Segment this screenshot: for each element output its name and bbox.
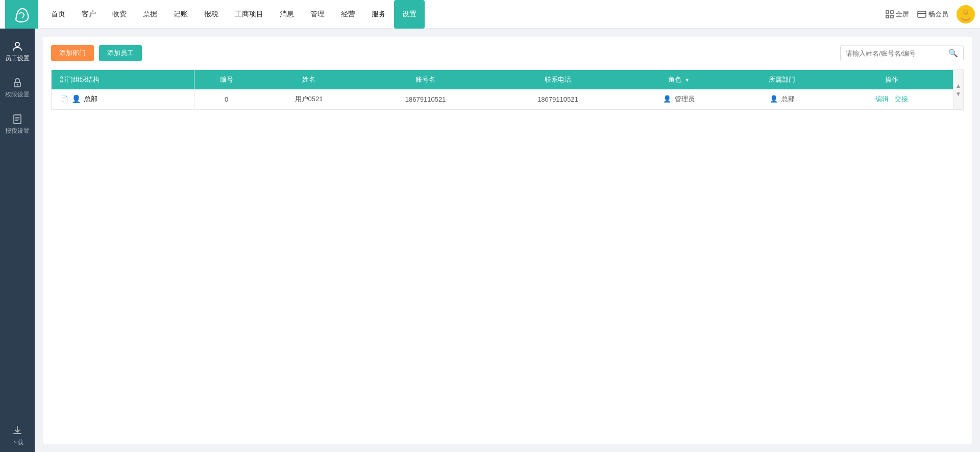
- sidebar-label-employee: 员工设置: [5, 54, 30, 63]
- fullscreen-btn[interactable]: 全屏: [886, 10, 909, 19]
- sidebar-item-taxreport[interactable]: 报税设置: [0, 106, 35, 142]
- avatar[interactable]: [957, 5, 975, 23]
- nav-fee[interactable]: 收费: [104, 0, 135, 29]
- svg-rect-1: [891, 11, 893, 13]
- scroll-controls: ▲ ▼: [953, 70, 963, 109]
- staff-table: 编号 姓名 账号名 联系电话 角色 ▼ 所属部门 操作: [194, 70, 953, 109]
- dept-name: 总部: [84, 94, 97, 104]
- toolbar: 添加部门 添加员工 🔍: [51, 45, 964, 61]
- nav-service[interactable]: 服务: [363, 0, 394, 29]
- fullscreen-icon: [886, 10, 894, 18]
- nav-business[interactable]: 工商项目: [227, 0, 272, 29]
- scroll-up-button[interactable]: ▲: [954, 82, 963, 90]
- col-phone: 联系电话: [492, 70, 624, 89]
- sidebar-label-permission: 权限设置: [5, 90, 30, 99]
- logo[interactable]: [5, 0, 38, 29]
- cell-dept: 👤 总部: [733, 89, 830, 109]
- sidebar-item-employee[interactable]: 员工设置: [0, 34, 35, 70]
- sidebar: 员工设置 权限设置 报税设置: [0, 29, 35, 452]
- table-row: 0 用户0521 18679110521 18679110521 👤 管理员 👤…: [194, 89, 953, 109]
- nav-customer[interactable]: 客户: [74, 0, 104, 29]
- nav-bookkeeping[interactable]: 记账: [165, 0, 196, 29]
- svg-rect-5: [918, 13, 926, 14]
- add-dept-button[interactable]: 添加部门: [51, 45, 94, 61]
- edit-link[interactable]: 编辑: [875, 95, 889, 103]
- svg-rect-2: [886, 15, 889, 18]
- member-icon: [917, 11, 926, 18]
- svg-rect-4: [918, 11, 926, 17]
- nav-invoice[interactable]: 票据: [135, 0, 165, 29]
- add-staff-button[interactable]: 添加员工: [99, 45, 142, 61]
- employee-table: 编号 姓名 账号名 联系电话 角色 ▼ 所属部门 操作: [194, 70, 953, 109]
- cell-account: 18679110521: [359, 89, 492, 109]
- svg-point-10: [15, 42, 19, 46]
- sort-icon: ▼: [684, 77, 690, 83]
- main-layout: 员工设置 权限设置 报税设置: [0, 29, 980, 452]
- col-account: 账号名: [359, 70, 492, 89]
- col-number: 编号: [194, 70, 258, 89]
- nav-menu: 首页 客户 收费 票据 记账 报税 工商项目 消息 管理 经营 服务 设置: [43, 0, 886, 29]
- member-btn[interactable]: 畅会员: [917, 10, 948, 19]
- dept-tree: 部门组织结构 📄 👤 总部: [52, 70, 194, 109]
- transfer-link[interactable]: 交接: [895, 95, 908, 103]
- nav-tax[interactable]: 报税: [196, 0, 227, 29]
- nav-settings[interactable]: 设置: [394, 0, 425, 29]
- sidebar-label-download: 下载: [11, 438, 23, 447]
- search-icon: 🔍: [948, 49, 958, 57]
- table-header-row: 编号 姓名 账号名 联系电话 角色 ▼ 所属部门 操作: [194, 70, 953, 89]
- cell-role: 👤 管理员: [624, 89, 733, 109]
- search-box: 🔍: [840, 45, 964, 61]
- nav-message[interactable]: 消息: [272, 0, 302, 29]
- dept-user-icon-cell: 👤: [770, 95, 778, 103]
- report-icon: [12, 113, 23, 125]
- nav-manage[interactable]: 管理: [302, 0, 333, 29]
- col-action: 操作: [830, 70, 953, 89]
- role-user-icon: 👤: [663, 95, 671, 103]
- dept-user-icon: 👤: [71, 94, 81, 104]
- svg-rect-0: [886, 11, 889, 13]
- content-inner: 添加部门 添加员工 🔍 部门组织结构 📄 👤 总部: [43, 37, 972, 444]
- dept-tree-item[interactable]: 📄 👤 总部: [52, 89, 194, 109]
- col-dept: 所属部门: [733, 70, 830, 89]
- cell-name: 用户0521: [258, 89, 359, 109]
- top-navigation: 首页 客户 收费 票据 记账 报税 工商项目 消息 管理 经营 服务 设置 全屏: [0, 0, 980, 29]
- nav-home[interactable]: 首页: [43, 0, 74, 29]
- cell-actions: 编辑 交接: [830, 89, 953, 109]
- content-area: 添加部门 添加员工 🔍 部门组织结构 📄 👤 总部: [35, 29, 980, 452]
- svg-point-12: [17, 84, 18, 86]
- sidebar-label-taxreport: 报税设置: [5, 127, 30, 135]
- sidebar-item-download[interactable]: 下载: [0, 418, 35, 452]
- scroll-down-button[interactable]: ▼: [954, 90, 963, 98]
- cell-number: 0: [194, 89, 258, 109]
- sidebar-item-permission[interactable]: 权限设置: [0, 70, 35, 106]
- file-icon: 📄: [60, 95, 68, 103]
- table-area: 部门组织结构 📄 👤 总部 编号 姓名 账号名: [51, 69, 964, 110]
- dept-tree-header: 部门组织结构: [52, 70, 194, 89]
- download-icon: [12, 425, 23, 436]
- search-input[interactable]: [841, 46, 943, 60]
- nav-right-section: 全屏 畅会员: [886, 5, 975, 23]
- search-button[interactable]: 🔍: [943, 45, 963, 61]
- lock-icon: [12, 77, 23, 88]
- cell-phone: 18679110521: [492, 89, 624, 109]
- avatar-icon: [959, 7, 973, 21]
- svg-point-9: [962, 15, 969, 19]
- svg-rect-3: [891, 15, 893, 18]
- svg-point-8: [964, 10, 967, 13]
- col-role[interactable]: 角色 ▼: [624, 70, 733, 89]
- col-name: 姓名: [258, 70, 359, 89]
- nav-operation[interactable]: 经营: [333, 0, 363, 29]
- person-icon: [12, 41, 23, 52]
